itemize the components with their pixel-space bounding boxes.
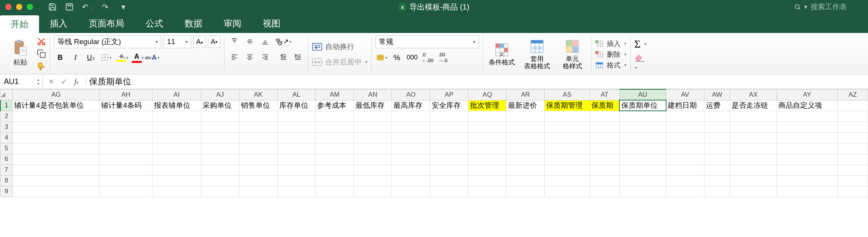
cell-AY3[interactable] [776,122,837,132]
cell-AQ3[interactable] [468,122,506,132]
increase-indent-button[interactable] [292,51,304,63]
cell-AT3[interactable] [590,122,619,132]
cell-AM8[interactable] [316,175,354,186]
decrease-indent-button[interactable] [277,51,290,63]
cell-AJ8[interactable] [201,175,239,186]
qat-customize-icon[interactable]: ▾ [121,2,125,12]
cell-AN3[interactable] [354,122,392,132]
column-header-AS[interactable]: AS [545,89,590,100]
cell-AZ2[interactable] [838,111,868,122]
cell-AS7[interactable] [545,165,590,175]
cell-AM5[interactable] [316,143,354,154]
cell-AK7[interactable] [239,165,277,175]
decrease-font-button[interactable]: A▾ [208,36,220,48]
cell-AU5[interactable] [619,143,666,154]
cell-AZ5[interactable] [838,143,868,154]
cell-AO3[interactable] [392,122,430,132]
cell-AH8[interactable] [100,175,152,186]
cell-AR2[interactable] [506,111,545,122]
cell-AG6[interactable] [13,154,100,165]
fill-color-button[interactable]: ▾ [115,51,128,64]
cell-AN6[interactable] [354,154,392,165]
cell-AH7[interactable] [100,165,152,175]
cell-AN5[interactable] [354,143,392,154]
cell-AZ9[interactable] [838,186,868,197]
maximize-window-button[interactable] [27,4,33,10]
tab-data[interactable]: 数据 [174,14,213,33]
cell-AT5[interactable] [590,143,619,154]
cell-AX1[interactable]: 是否走冻链 [730,100,777,111]
align-middle-button[interactable] [244,35,256,48]
cell-AU9[interactable] [619,186,666,197]
cell-AO7[interactable] [392,165,430,175]
column-header-AT[interactable]: AT [590,89,619,100]
cell-AH9[interactable] [100,186,152,197]
close-window-button[interactable] [5,4,11,10]
cell-AQ7[interactable] [468,165,506,175]
cell-AX7[interactable] [730,165,777,175]
cell-AT2[interactable] [590,111,619,122]
column-header-AQ[interactable]: AQ [468,89,506,100]
cell-AU2[interactable] [619,111,666,122]
column-header-AP[interactable]: AP [430,89,468,100]
format-painter-icon[interactable] [37,61,46,71]
cell-AH1[interactable]: 辅计量4条码 [100,100,152,111]
cell-AG7[interactable] [13,165,100,175]
cell-AG5[interactable] [13,143,100,154]
column-header-AJ[interactable]: AJ [201,89,239,100]
cell-AK1[interactable]: 销售单位 [239,100,277,111]
cell-AK5[interactable] [239,143,277,154]
cell-AG8[interactable] [13,175,100,186]
cell-AK2[interactable] [239,111,277,122]
cell-AM6[interactable] [316,154,354,165]
cell-AY4[interactable] [776,132,837,143]
column-header-AG[interactable]: AG [13,89,100,100]
cell-AY9[interactable] [776,186,837,197]
cell-AR8[interactable] [506,175,545,186]
cell-AL5[interactable] [277,143,316,154]
cell-AJ2[interactable] [201,111,239,122]
cell-AS4[interactable] [545,132,590,143]
font-name-dropdown[interactable]: 等线 Regular (正文)▾ [54,35,161,48]
cell-AL1[interactable]: 库存单位 [277,100,316,111]
cell-AR7[interactable] [506,165,545,175]
cell-AW9[interactable] [704,186,730,197]
column-header-AR[interactable]: AR [506,89,545,100]
column-header-AM[interactable]: AM [316,89,354,100]
row-header-7[interactable]: 7 [0,165,13,175]
merge-center-button[interactable]: 合并后居中 ▾ [312,57,367,67]
cell-AS6[interactable] [545,154,590,165]
tab-formulas[interactable]: 公式 [135,14,174,33]
cell-AT6[interactable] [590,154,619,165]
column-header-AV[interactable]: AV [666,89,704,100]
cell-AQ5[interactable] [468,143,506,154]
cell-AP1[interactable]: 安全库存 [430,100,468,111]
row-header-5[interactable]: 5 [0,143,13,154]
column-header-AW[interactable]: AW [704,89,730,100]
column-header-AO[interactable]: AO [392,89,430,100]
cell-AM2[interactable] [316,111,354,122]
cell-AR5[interactable] [506,143,545,154]
cell-AV7[interactable] [666,165,704,175]
cell-AL4[interactable] [277,132,316,143]
cell-AG4[interactable] [13,132,100,143]
cell-AS3[interactable] [545,122,590,132]
cell-AL8[interactable] [277,175,316,186]
cell-AU1[interactable]: 保质期单位 [619,100,666,111]
cell-AT9[interactable] [590,186,619,197]
cell-AH6[interactable] [100,154,152,165]
cell-AG1[interactable]: 辅计量4是否包装单位 [13,100,100,111]
redo-icon[interactable]: ↷ ▾ [102,2,113,12]
column-header-AN[interactable]: AN [354,89,392,100]
cell-AW4[interactable] [704,132,730,143]
cell-AW8[interactable] [704,175,730,186]
align-bottom-button[interactable] [259,35,271,48]
tab-home[interactable]: 开始 [0,15,39,33]
cell-AS1[interactable]: 保质期管理 [545,100,590,111]
cell-AZ4[interactable] [838,132,868,143]
cell-AJ5[interactable] [201,143,239,154]
cell-AR9[interactable] [506,186,545,197]
cell-AQ6[interactable] [468,154,506,165]
cell-AO2[interactable] [392,111,430,122]
cell-AN2[interactable] [354,111,392,122]
